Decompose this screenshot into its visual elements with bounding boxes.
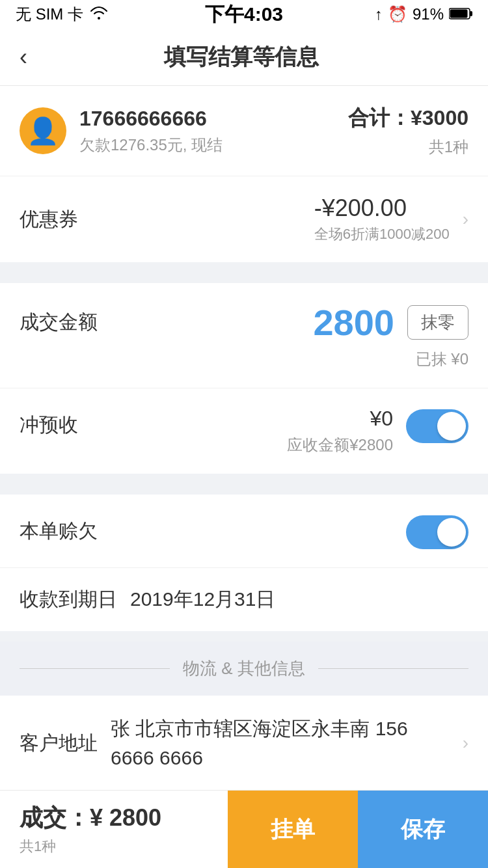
logistics-label: 物流 & 其他信息 bbox=[183, 657, 305, 680]
address-label: 客户地址 bbox=[20, 730, 98, 757]
prepaid-right: ¥0 应收金额¥2800 bbox=[287, 407, 468, 455]
prepaid-toggle-thumb bbox=[437, 412, 466, 441]
avatar-icon: 👤 bbox=[27, 116, 59, 146]
status-left: 无 SIM 卡 bbox=[16, 4, 108, 25]
status-time: 下午4:03 bbox=[205, 1, 283, 28]
address-value: 张 北京市市辖区海淀区永丰南 156 6666 6666 bbox=[111, 714, 456, 772]
status-bar: 无 SIM 卡 下午4:03 ↑ ⏰ 91% bbox=[0, 0, 488, 29]
svg-rect-2 bbox=[450, 10, 468, 18]
bottom-summary: 成交：¥ 2800 共1种 bbox=[0, 802, 228, 856]
coupon-desc: 全场6折满1000减200 bbox=[314, 224, 450, 244]
divider-1 bbox=[0, 273, 488, 283]
deal-label: 成交： bbox=[20, 804, 90, 831]
deal-amount: ¥ 2800 bbox=[90, 804, 161, 831]
logistics-line-right bbox=[318, 668, 468, 669]
divider-2 bbox=[0, 484, 488, 495]
svg-rect-1 bbox=[470, 11, 472, 16]
prepaid-receivable: 应收金额¥2800 bbox=[287, 435, 393, 455]
transaction-section: 成交金额 2800 抹零 已抹 ¥0 冲预收 ¥0 应收金额¥2800 bbox=[0, 283, 488, 474]
amount-label: 成交金额 bbox=[20, 309, 98, 336]
avatar: 👤 bbox=[20, 107, 66, 154]
battery-icon bbox=[449, 5, 472, 23]
customer-debt: 欠款1276.35元, 现结 bbox=[79, 135, 348, 156]
due-date-label: 收款到期日 bbox=[20, 586, 117, 613]
amount-section: 成交金额 2800 抹零 已抹 ¥0 bbox=[0, 283, 488, 388]
pending-button[interactable]: 挂单 bbox=[228, 791, 358, 869]
prepaid-label: 冲预收 bbox=[20, 407, 78, 439]
total-amount: 合计：¥3000 bbox=[348, 104, 468, 133]
customer-phone: 17666666666 bbox=[79, 107, 348, 131]
due-date-section: 收款到期日 2019年12月31日 bbox=[0, 567, 488, 631]
logistics-divider: 物流 & 其他信息 bbox=[0, 642, 488, 696]
nav-bar: ‹ 填写结算等信息 bbox=[0, 29, 488, 86]
customer-total: 合计：¥3000 共1种 bbox=[348, 104, 468, 157]
bottom-deal-text: 成交：¥ 2800 bbox=[20, 802, 208, 834]
debt-row: 本单赊欠 bbox=[0, 495, 488, 567]
prepaid-values: ¥0 应收金额¥2800 bbox=[287, 407, 393, 455]
due-date-value: 2019年12月31日 bbox=[130, 586, 275, 613]
bottom-count: 共1种 bbox=[20, 837, 208, 856]
debt-section: 本单赊欠 收款到期日 2019年12月31日 bbox=[0, 495, 488, 631]
carrier-text: 无 SIM 卡 bbox=[16, 4, 83, 25]
prepaid-amount: ¥0 bbox=[287, 407, 393, 431]
amount-sub-text: 已抹 ¥0 bbox=[20, 349, 468, 370]
address-row[interactable]: 客户地址 张 北京市市辖区海淀区永丰南 156 6666 6666 › bbox=[0, 696, 488, 791]
coupon-discount: -¥200.00 bbox=[314, 195, 450, 222]
debt-toggle-thumb bbox=[437, 518, 466, 547]
coupon-label: 优惠券 bbox=[20, 206, 314, 233]
address-chevron-icon: › bbox=[463, 733, 468, 753]
round-zero-button[interactable]: 抹零 bbox=[407, 305, 468, 340]
amount-right: 2800 抹零 bbox=[313, 301, 468, 344]
amount-row: 成交金额 2800 抹零 bbox=[20, 301, 468, 344]
prepaid-section: 冲预收 ¥0 应收金额¥2800 bbox=[0, 388, 488, 474]
prepaid-toggle[interactable] bbox=[406, 409, 468, 443]
logistics-line-left bbox=[20, 668, 170, 669]
alarm-icon: ⏰ bbox=[388, 5, 407, 23]
location-icon: ↑ bbox=[375, 5, 383, 23]
total-count: 共1种 bbox=[348, 137, 468, 157]
debt-label: 本单赊欠 bbox=[20, 518, 98, 545]
battery-text: 91% bbox=[413, 5, 444, 23]
status-right: ↑ ⏰ 91% bbox=[375, 5, 472, 23]
coupon-info: -¥200.00 全场6折满1000减200 bbox=[314, 195, 450, 244]
customer-row: 👤 17666666666 欠款1276.35元, 现结 合计：¥3000 共1… bbox=[0, 86, 488, 176]
amount-value: 2800 bbox=[313, 301, 394, 344]
coupon-row[interactable]: 优惠券 -¥200.00 全场6折满1000减200 › bbox=[0, 176, 488, 262]
customer-info: 17666666666 欠款1276.35元, 现结 bbox=[79, 107, 348, 156]
wifi-icon bbox=[90, 5, 108, 23]
bottom-bar: 成交：¥ 2800 共1种 挂单 保存 bbox=[0, 790, 488, 868]
prepaid-row: 冲预收 ¥0 应收金额¥2800 bbox=[20, 407, 468, 455]
customer-section: 👤 17666666666 欠款1276.35元, 现结 合计：¥3000 共1… bbox=[0, 86, 488, 262]
address-section[interactable]: 客户地址 张 北京市市辖区海淀区永丰南 156 6666 6666 › bbox=[0, 696, 488, 791]
save-button[interactable]: 保存 bbox=[358, 791, 488, 869]
back-button[interactable]: ‹ bbox=[20, 44, 40, 71]
chevron-right-icon: › bbox=[463, 209, 468, 230]
debt-toggle[interactable] bbox=[406, 515, 468, 549]
coupon-right: -¥200.00 全场6折满1000减200 › bbox=[314, 195, 468, 244]
page-title: 填写结算等信息 bbox=[40, 42, 442, 72]
